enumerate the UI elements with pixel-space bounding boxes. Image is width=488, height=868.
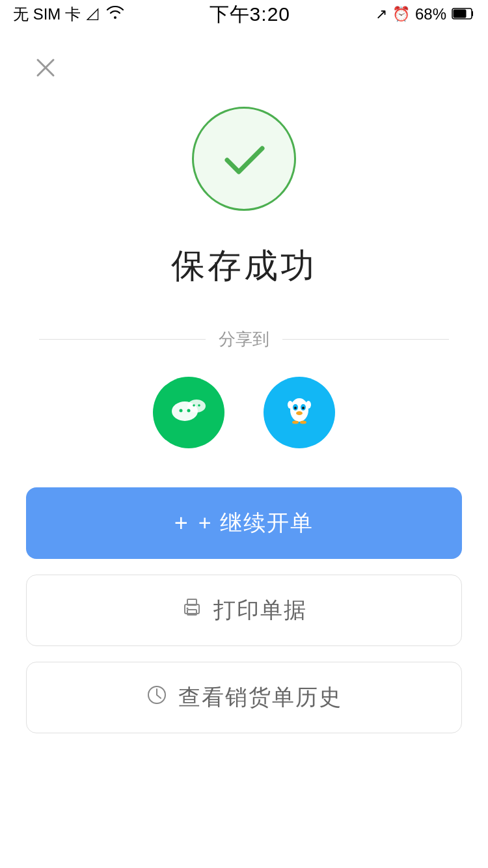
clock-icon <box>146 684 168 711</box>
no-sim-label: 无 SIM 卡 ⊿ <box>13 4 101 25</box>
svg-point-14 <box>302 407 305 409</box>
wechat-icon <box>168 392 210 433</box>
actions-section: + + 继续开单 打印单据 查看销货单历史 <box>0 487 488 733</box>
plus-icon: + <box>174 509 188 537</box>
close-button[interactable] <box>26 48 65 87</box>
svg-point-15 <box>296 411 303 415</box>
alarm-icon: ⏰ <box>392 6 410 23</box>
close-icon <box>34 56 57 79</box>
wechat-share-button[interactable] <box>153 377 224 448</box>
divider-line-right <box>282 339 449 340</box>
history-label: 查看销货单历史 <box>178 683 342 712</box>
location-icon: ↗ <box>375 6 387 23</box>
svg-rect-1 <box>453 10 466 18</box>
main-content: 保存成功 分享到 <box>0 29 488 868</box>
svg-point-7 <box>187 409 191 413</box>
continue-button[interactable]: + + 继续开单 <box>26 487 462 559</box>
battery-label: 68% <box>415 5 446 23</box>
divider-line-left <box>39 339 206 340</box>
print-button[interactable]: 打印单据 <box>26 575 462 646</box>
success-title: 保存成功 <box>171 243 317 289</box>
printer-icon <box>181 597 203 624</box>
svg-point-9 <box>198 404 200 407</box>
svg-point-10 <box>290 398 308 422</box>
svg-point-8 <box>193 404 195 407</box>
wifi-icon <box>106 5 124 23</box>
history-button[interactable]: 查看销货单历史 <box>26 662 462 733</box>
share-label: 分享到 <box>206 328 282 351</box>
print-label: 打印单据 <box>213 595 307 625</box>
svg-point-18 <box>292 421 299 424</box>
status-bar-time: 下午3:20 <box>210 1 290 28</box>
continue-label: + 继续开单 <box>198 508 314 538</box>
svg-point-17 <box>306 401 311 409</box>
svg-point-13 <box>294 407 297 409</box>
qq-share-button[interactable] <box>264 377 335 448</box>
success-circle <box>192 107 296 211</box>
svg-point-16 <box>288 401 293 409</box>
svg-point-6 <box>180 409 183 413</box>
share-section: 分享到 <box>0 328 488 448</box>
share-icons-row <box>153 377 335 448</box>
checkmark-icon <box>218 133 270 185</box>
svg-point-23 <box>187 608 189 610</box>
status-bar: 无 SIM 卡 ⊿ 下午3:20 ↗ ⏰ 68% <box>0 0 488 29</box>
status-bar-right: ↗ ⏰ 68% <box>375 5 475 23</box>
share-divider: 分享到 <box>0 328 488 351</box>
battery-icon <box>452 5 475 23</box>
success-section: 保存成功 分享到 <box>0 29 488 487</box>
svg-point-19 <box>300 421 306 424</box>
qq-icon <box>278 392 320 433</box>
status-bar-left: 无 SIM 卡 ⊿ <box>13 4 124 25</box>
